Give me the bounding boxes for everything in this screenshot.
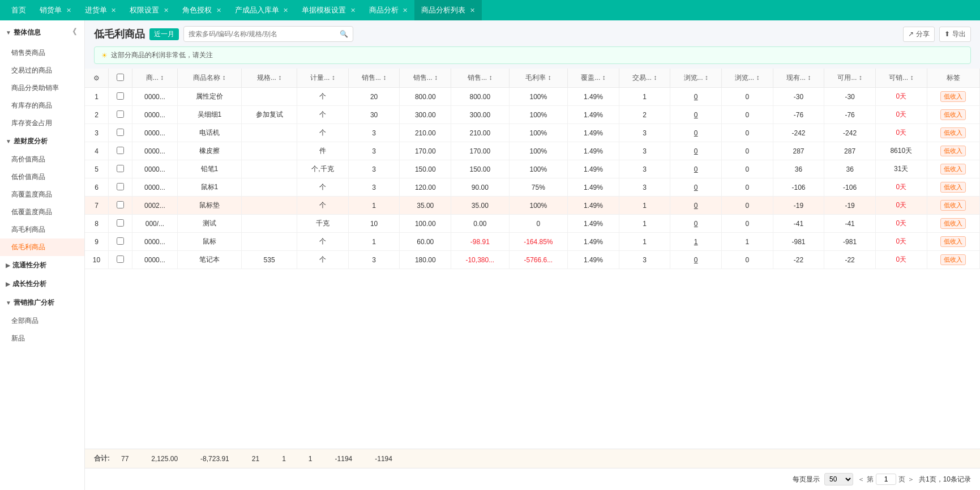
col-sales-profit[interactable]: 销售... ↕	[451, 69, 509, 88]
close-analysis-icon[interactable]: ✕	[403, 7, 408, 14]
cell-checkbox[interactable]	[109, 178, 132, 197]
nav-home[interactable]: 首页	[5, 0, 33, 20]
cell-browse1[interactable]: 0	[670, 106, 722, 124]
col-saleable[interactable]: 可销... ↕	[875, 69, 927, 88]
sidebar-item-new-products[interactable]: 新品	[0, 330, 84, 347]
close-permission-icon[interactable]: ✕	[164, 7, 169, 14]
row-checkbox[interactable]	[117, 183, 124, 190]
cell-browse1[interactable]: 0	[670, 142, 722, 160]
close-role-icon[interactable]: ✕	[216, 7, 221, 14]
col-spec[interactable]: 规格... ↕	[242, 69, 297, 88]
col-available[interactable]: 可用... ↕	[824, 69, 876, 88]
col-sales-qty[interactable]: 销售... ↕	[348, 69, 400, 88]
row-checkbox[interactable]	[117, 110, 124, 118]
next-page-btn[interactable]: ＞	[908, 475, 914, 484]
cell-sales-profit: 35.00	[451, 197, 509, 215]
nav-sales[interactable]: 销货单 ✕	[33, 0, 78, 20]
col-name[interactable]: 商品名称 ↕	[177, 69, 241, 88]
sidebar-group-value[interactable]: ▼ 差财度分析	[0, 132, 84, 151]
cell-unit: 个	[297, 251, 349, 269]
row-checkbox[interactable]	[117, 129, 124, 136]
col-current-stock[interactable]: 现有... ↕	[773, 69, 824, 88]
close-template-icon[interactable]: ✕	[350, 7, 356, 14]
share-btn[interactable]: ↗ 分享	[903, 27, 935, 42]
cell-browse1[interactable]: 0	[670, 251, 722, 269]
cell-checkbox[interactable]	[109, 124, 132, 142]
cell-checkbox[interactable]	[109, 160, 132, 178]
cell-browse1[interactable]: 0	[670, 124, 722, 142]
cell-checkbox[interactable]	[109, 142, 132, 160]
sidebar-item-high-coverage[interactable]: 高覆盖度商品	[0, 186, 84, 203]
per-page-select[interactable]: 50 20 100	[824, 473, 853, 485]
cell-browse1[interactable]: 0	[670, 197, 722, 215]
row-checkbox[interactable]	[117, 237, 124, 245]
cell-checkbox[interactable]	[109, 106, 132, 124]
close-product-entry-icon[interactable]: ✕	[283, 7, 288, 14]
cell-browse1[interactable]: 1	[670, 233, 722, 251]
sidebar-group-growth[interactable]: ▶ 成长性分析	[0, 275, 84, 293]
row-checkbox[interactable]	[117, 201, 124, 208]
sidebar-item-high-value[interactable]: 高价值商品	[0, 151, 84, 168]
close-analysis-list-icon[interactable]: ✕	[470, 7, 475, 14]
sidebar-item-low-coverage[interactable]: 低覆盖度商品	[0, 203, 84, 221]
row-checkbox[interactable]	[117, 147, 124, 154]
nav-purchase[interactable]: 进货单 ✕	[78, 0, 123, 20]
search-input[interactable]	[189, 30, 340, 38]
close-purchase-icon[interactable]: ✕	[111, 7, 116, 14]
cell-sales-profit: 210.00	[451, 124, 509, 142]
sidebar-item-stocked-products[interactable]: 有库存的商品	[0, 97, 84, 114]
sidebar-item-category-rate[interactable]: 商品分类助销率	[0, 79, 84, 97]
nav-product-analysis[interactable]: 商品分析 ✕	[362, 0, 415, 20]
cell-checkbox[interactable]	[109, 88, 132, 106]
close-sales-icon[interactable]: ✕	[66, 7, 71, 14]
sidebar-item-stock-capital[interactable]: 库存资金占用	[0, 114, 84, 132]
sidebar-group-marketing[interactable]: ▼ 营销推广分析	[0, 293, 84, 312]
cell-checkbox[interactable]	[109, 251, 132, 269]
cell-checkbox[interactable]	[109, 233, 132, 251]
col-checkbox[interactable]	[109, 69, 132, 88]
sidebar-item-traded-products[interactable]: 交易过的商品	[0, 62, 84, 79]
nav-role[interactable]: 角色授权 ✕	[176, 0, 228, 20]
row-checkbox[interactable]	[117, 165, 124, 172]
cell-browse1[interactable]: 0	[670, 178, 722, 197]
time-filter-btn[interactable]: 近一月	[149, 28, 179, 40]
cell-browse1[interactable]: 0	[670, 160, 722, 178]
cell-code: 0002...	[132, 197, 177, 215]
cell-sales-profit: 170.00	[451, 142, 509, 160]
nav-product-entry[interactable]: 产成品入库单 ✕	[228, 0, 296, 20]
row-checkbox[interactable]	[117, 255, 124, 263]
col-tag[interactable]: 标签	[927, 69, 979, 88]
page-input[interactable]	[876, 474, 896, 485]
col-code[interactable]: 商... ↕	[132, 69, 177, 88]
select-all-checkbox[interactable]	[117, 74, 124, 81]
nav-permission[interactable]: 权限设置 ✕	[123, 0, 176, 20]
row-checkbox[interactable]	[117, 219, 124, 227]
export-btn[interactable]: ⬆ 导出	[939, 27, 971, 42]
nav-analysis-list[interactable]: 商品分析列表 ✕	[414, 0, 482, 20]
sidebar-group-circulation[interactable]: ▶ 流通性分析	[0, 256, 84, 275]
collapse-overall-icon[interactable]: 《	[66, 25, 79, 40]
col-browse1[interactable]: 浏览... ↕	[670, 69, 722, 88]
col-trade[interactable]: 交易... ↕	[619, 69, 670, 88]
col-unit[interactable]: 计量... ↕	[297, 69, 349, 88]
cell-checkbox[interactable]	[109, 215, 132, 233]
cell-saleable: 0天	[875, 233, 927, 251]
col-settings[interactable]: ⚙	[85, 69, 109, 88]
sidebar-item-high-margin[interactable]: 高毛利商品	[0, 221, 84, 238]
col-browse2[interactable]: 浏览... ↕	[722, 69, 773, 88]
col-sales-amount[interactable]: 销售... ↕	[400, 69, 451, 88]
sidebar-item-low-value[interactable]: 低价值商品	[0, 168, 84, 186]
cell-browse1[interactable]: 0	[670, 215, 722, 233]
cell-browse1[interactable]: 0	[670, 88, 722, 106]
sidebar-item-low-margin[interactable]: 低毛利商品	[0, 238, 84, 256]
sidebar-group-overall[interactable]: ▼ 整体信息 《	[0, 20, 84, 44]
col-coverage[interactable]: 覆盖... ↕	[568, 69, 619, 88]
col-gross-margin[interactable]: 毛利率 ↕	[509, 69, 568, 88]
nav-template[interactable]: 单据模板设置 ✕	[295, 0, 362, 20]
search-icon[interactable]: 🔍	[340, 30, 348, 38]
sidebar-item-all-products[interactable]: 全部商品	[0, 312, 84, 330]
sidebar-item-sales-products[interactable]: 销售类商品	[0, 44, 84, 62]
cell-checkbox[interactable]	[109, 197, 132, 215]
row-checkbox[interactable]	[117, 92, 124, 100]
prev-page-btn[interactable]: ＜	[858, 475, 865, 484]
